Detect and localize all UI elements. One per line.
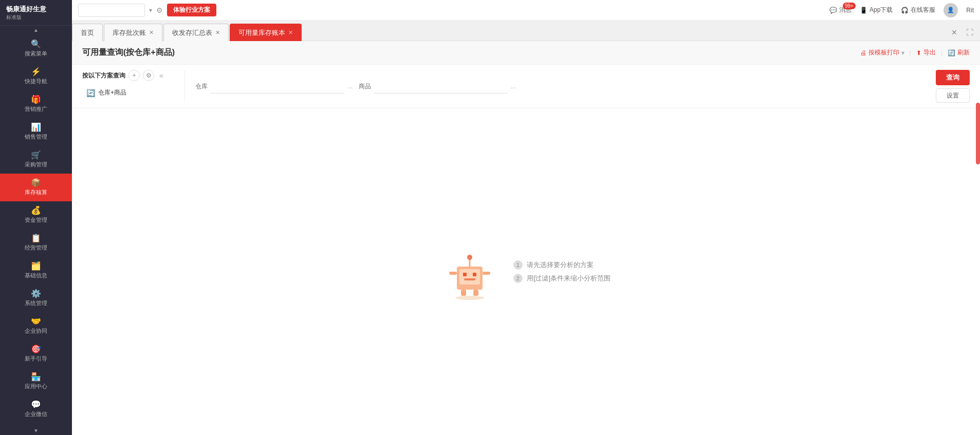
tab-batch-ledger-close[interactable]: ✕: [149, 29, 154, 36]
filter-collapse-btn[interactable]: «: [159, 71, 163, 80]
topbar-gear-icon[interactable]: ⚙: [156, 6, 163, 14]
quick-nav-icon: ⚡: [31, 68, 41, 76]
sidebar-item-label: 快捷导航: [25, 78, 47, 85]
filter-row-1: 仓库 ... 商品 ... 查询 设置: [195, 70, 970, 103]
warehouse-input[interactable]: [211, 79, 344, 93]
filter-add-btn[interactable]: +: [128, 70, 140, 81]
service-label: 在线客服: [911, 6, 935, 14]
filter-scheme-warehouse-goods[interactable]: 🔄 仓库+商品: [82, 85, 179, 100]
sidebar-item-enterprise-wx[interactable]: 💬 企业微信: [0, 395, 72, 423]
goods-label: 商品: [359, 82, 371, 91]
sidebar-item-label: 应用中心: [25, 383, 47, 390]
tab-close-window[interactable]: ✕: [948, 26, 960, 39]
sidebar-item-search[interactable]: 🔍 搜索菜单: [0, 35, 72, 63]
sidebar-item-app-center[interactable]: 🏪 应用中心: [0, 368, 72, 395]
sidebar-item-ops[interactable]: 📋 经营管理: [0, 229, 72, 257]
goods-more-btn[interactable]: ...: [511, 83, 516, 90]
username[interactable]: Rit: [966, 7, 974, 14]
tabs-bar: 首页 库存批次账 ✕ 收发存汇总表 ✕ 可用量库存账本 ✕ ✕ ⛶: [72, 21, 980, 41]
sidebar-item-newcomer[interactable]: 🎯 新手引导: [0, 340, 72, 368]
tab-batch-ledger-label: 库存批次账: [113, 28, 146, 37]
filter-field-goods: 商品 ...: [359, 79, 516, 93]
main-area: ▾ ⚙ 体验行业方案 💬 消息 99+ 📱 App下载 🎧 在线客服 👤 Rit: [72, 0, 980, 435]
empty-tip-1: 1 请先选择要分析的方案: [513, 260, 611, 270]
sidebar-item-label: 资金管理: [25, 216, 47, 224]
system-icon: ⚙️: [31, 290, 41, 298]
sidebar-item-vip[interactable]: 👑 畅会员: [0, 423, 72, 426]
print-template-label: 按模板打印: [868, 48, 899, 57]
sidebar-scroll-up[interactable]: ▲: [0, 26, 72, 35]
search-icon: 🔍: [31, 40, 41, 48]
empty-tip-2: 2 用[过滤]条件来缩小分析范围: [513, 274, 611, 283]
experience-btn[interactable]: 体验行业方案: [167, 4, 216, 16]
topbar-app-download[interactable]: 📱 App下载: [860, 6, 893, 14]
inventory-icon: 📦: [31, 179, 41, 187]
topbar-message[interactable]: 💬 消息 99+: [829, 6, 852, 14]
enterprise-icon: 🤝: [31, 317, 41, 326]
sidebar-item-basic-info[interactable]: 🗂️ 基础信息: [0, 257, 72, 285]
app-version: 标准版: [6, 14, 66, 21]
tab-recv-summary[interactable]: 收发存汇总表 ✕: [163, 24, 229, 41]
sidebar-item-sales[interactable]: 📊 销售管理: [0, 118, 72, 146]
filter-actions: + ⚙: [128, 70, 154, 81]
sidebar-item-label: 企业协同: [25, 327, 47, 335]
refresh-btn[interactable]: 🔄 刷新: [948, 48, 970, 57]
sidebar-item-marketing[interactable]: 🎁 营销推广: [0, 90, 72, 118]
refresh-label: 刷新: [957, 48, 970, 57]
sales-icon: 📊: [31, 123, 41, 131]
svg-rect-4: [464, 278, 475, 280]
warehouse-more-btn[interactable]: ...: [347, 83, 353, 90]
print-chevron-icon: ▾: [901, 49, 904, 56]
tip-text-2: 用[过滤]条件来缩小分析范围: [527, 274, 611, 283]
sidebar-item-quick-nav[interactable]: ⚡ 快捷导航: [0, 63, 72, 90]
topbar-online-service[interactable]: 🎧 在线客服: [901, 6, 935, 14]
query-button[interactable]: 查询: [936, 70, 970, 85]
topbar-search-input[interactable]: [78, 4, 145, 17]
sidebar-item-finance[interactable]: 💰 资金管理: [0, 201, 72, 229]
user-avatar[interactable]: 👤: [944, 3, 958, 17]
basic-info-icon: 🗂️: [31, 262, 41, 270]
sidebar-item-purchase[interactable]: 🛒 采购管理: [0, 146, 72, 174]
svg-rect-9: [461, 290, 466, 296]
marketing-icon: 🎁: [31, 96, 41, 104]
right-scrollbar[interactable]: [976, 103, 980, 164]
topbar-chevron-icon[interactable]: ▾: [149, 7, 152, 14]
goods-input[interactable]: [374, 79, 508, 93]
sidebar-item-label: 营销推广: [25, 105, 47, 113]
print-template-btn[interactable]: 🖨 按模板打印 ▾: [860, 48, 904, 57]
topbar: ▾ ⚙ 体验行业方案 💬 消息 99+ 📱 App下载 🎧 在线客服 👤 Rit: [72, 0, 980, 21]
tab-batch-ledger[interactable]: 库存批次账 ✕: [104, 24, 162, 41]
filter-area: 按以下方案查询 + ⚙ « 🔄 仓库+商品 仓库: [72, 65, 980, 108]
warehouse-label: 仓库: [195, 82, 208, 91]
settings-button[interactable]: 设置: [936, 88, 970, 103]
sidebar-item-system[interactable]: ⚙️ 系统管理: [0, 285, 72, 312]
sidebar-item-label: 新手引导: [25, 355, 47, 363]
tab-available-ledger[interactable]: 可用量库存账本 ✕: [230, 24, 302, 41]
sidebar-item-inventory[interactable]: 📦 库存核算: [0, 174, 72, 201]
tip-num-2: 2: [513, 274, 523, 283]
action-separator-2: |: [941, 49, 942, 56]
filter-right-panel: 仓库 ... 商品 ... 查询 设置: [185, 70, 970, 103]
tab-recv-summary-close[interactable]: ✕: [215, 29, 220, 36]
svg-rect-1: [459, 269, 480, 285]
filter-settings-icon-btn[interactable]: ⚙: [143, 70, 154, 81]
tabs-actions: ✕ ⛶: [948, 26, 980, 41]
tab-available-ledger-close[interactable]: ✕: [288, 29, 293, 36]
svg-point-11: [455, 296, 484, 300]
sidebar-item-label: 经营管理: [25, 244, 47, 252]
service-icon: 🎧: [901, 7, 909, 14]
filter-scheme-label: 仓库+商品: [98, 88, 126, 97]
topbar-right: 💬 消息 99+ 📱 App下载 🎧 在线客服 👤 Rit: [829, 3, 974, 17]
sidebar-item-label: 销售管理: [25, 133, 47, 141]
app-name: 畅康通好生意: [6, 5, 66, 14]
sidebar-scroll-down[interactable]: ▼: [0, 426, 72, 435]
sidebar-item-enterprise[interactable]: 🤝 企业协同: [0, 312, 72, 340]
sidebar-items: 🔍 搜索菜单 ⚡ 快捷导航 🎁 营销推广 📊 销售管理 🛒 采购管理 📦 库存核…: [0, 35, 72, 426]
page-content: 可用量查询(按仓库+商品) 🖨 按模板打印 ▾ | ⬆ 导出 | 🔄 刷新: [72, 41, 980, 435]
tab-home[interactable]: 首页: [72, 24, 103, 41]
tab-recv-summary-label: 收发存汇总表: [172, 28, 212, 37]
tab-maximize[interactable]: ⛶: [964, 26, 976, 39]
sidebar-logo: 畅康通好生意 标准版: [0, 0, 72, 26]
export-btn[interactable]: ⬆ 导出: [916, 48, 936, 57]
svg-rect-3: [473, 273, 476, 276]
